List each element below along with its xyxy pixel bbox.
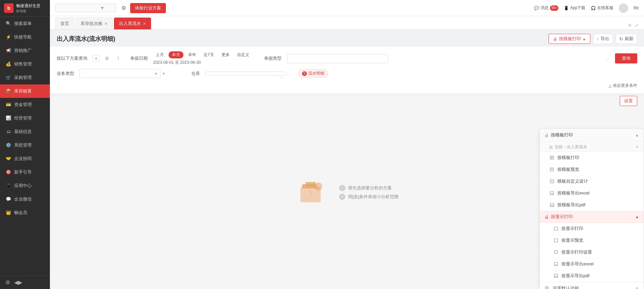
template-print-btn[interactable]: 🖨 按模板打印 ▲ [549, 34, 590, 44]
sidebar-item-purchase[interactable]: 🛒 采购管理 [0, 71, 50, 84]
sidebar-item-sales[interactable]: 💰 销售管理 [0, 57, 50, 71]
template-pdf-icon: PDF [549, 202, 555, 208]
tab-expand-icon[interactable]: ⤢ [635, 23, 639, 28]
refresh-btn[interactable]: ↻ 刷新 [616, 34, 637, 44]
settings-bottom-icon[interactable]: ⚙ [5, 279, 10, 286]
filter-tag-liushui[interactable]: S 流水明细 [298, 69, 328, 78]
tab-close-inventory-batch[interactable]: ✕ [105, 22, 108, 26]
menu-item-display-preview[interactable]: 按显示预览 [540, 235, 644, 246]
empty-illustration: ? [295, 177, 326, 208]
template-customize-label: 模板自定义设计 [557, 178, 639, 184]
cart-icon: 🛒 [5, 75, 11, 81]
filter-add-btn[interactable]: + [93, 55, 99, 62]
sidebar-item-search[interactable]: 🔍 搜索菜单 [0, 17, 50, 30]
date-btn-this-year[interactable]: 本年 [185, 51, 199, 58]
doc-type-select[interactable] [287, 54, 388, 63]
app-download-btn[interactable]: 📱 App下载 [564, 5, 585, 11]
page-title: 出入库流水(流水明细) [57, 35, 115, 43]
display-print-section-header[interactable]: 🖨 按显示打印 ▲ [540, 211, 644, 223]
business-type-select[interactable] [80, 69, 160, 78]
brand-name: 畅捷通好生意 [16, 3, 40, 9]
query-btn[interactable]: 查询 [615, 53, 637, 63]
date-btn-last-month[interactable]: 上月 [153, 51, 167, 58]
page-header-actions: 🖨 按模板打印 ▲ ↑ 导出 ↻ 刷新 [549, 34, 637, 44]
topbar-settings-icon[interactable]: ⚙ [121, 5, 126, 11]
user-avatar[interactable] [619, 3, 628, 13]
card-icon: 💳 [5, 102, 11, 108]
collapse-btn[interactable]: △ 收起更多条件 [57, 83, 637, 88]
search-input[interactable] [58, 6, 99, 10]
menu-item-template-excel[interactable]: XL 按模板导出excel [540, 187, 644, 199]
current-arrow-icon[interactable]: ▼ [636, 145, 639, 149]
business-type-dropdown-icon[interactable]: ▼ [162, 72, 166, 76]
date-btn-this-month[interactable]: 本月 [169, 51, 183, 58]
handshake-icon: 🤝 [5, 156, 11, 162]
template-print-header: 🖨 按模板打印 ▲ [540, 129, 644, 142]
menu-item-display-excel[interactable]: XL 按显示导出excel [540, 258, 644, 270]
display-print-settings-icon [553, 249, 559, 255]
menu-item-template-print[interactable]: 按模板打印 [540, 152, 644, 164]
date-btn-more[interactable]: 更多 [219, 51, 232, 58]
menu-item-display-print-settings[interactable]: 按显示打印设置 [540, 246, 644, 258]
menu-item-template-preview[interactable]: 按模板预览 [540, 164, 644, 176]
tab-close-inout-flow[interactable]: ✕ [143, 22, 146, 26]
display-section-arrow-icon[interactable]: ▲ [635, 215, 639, 219]
header-arrow-icon[interactable]: ▲ [635, 133, 639, 137]
svg-text:?: ? [316, 184, 319, 189]
menu-item-template-customize[interactable]: 模板自定义设计 [540, 176, 644, 187]
date-filter-label: 单据日期 [130, 55, 148, 61]
sidebar-item-member[interactable]: 👑 畅会员 [0, 206, 50, 219]
message-btn[interactable]: 💬 消息 99+ [534, 5, 558, 11]
date-btn-7days[interactable]: 近7天 [201, 51, 217, 58]
sidebar-item-marketing[interactable]: 📢 营销推广 [0, 44, 50, 57]
username-label: Rit [634, 6, 639, 10]
tab-inout-flow[interactable]: 出入库流水 ✕ [114, 18, 151, 29]
settings-btn[interactable]: 设置 [620, 96, 637, 106]
collapse-arrow-icon: △ [609, 83, 612, 88]
warehouse-input[interactable]: ... [205, 72, 286, 76]
chart-icon: 📊 [5, 115, 11, 121]
doc-type-more-icon[interactable]: ... [606, 56, 610, 61]
search-icon: 🔍 [5, 21, 11, 27]
export-icon: ↑ [597, 36, 599, 42]
sidebar-item-quick-nav[interactable]: ⚡ 快捷导航 [0, 30, 50, 44]
toggle-sidebar-icon[interactable]: ◀▶ [14, 279, 22, 286]
main-content: ▼ ⚙ 体验行业方案 💬 消息 99+ 📱 App下载 🎧 在线客服 [50, 0, 644, 289]
display-pdf-icon: PDF [553, 273, 559, 279]
export-btn[interactable]: ↑ 导出 [593, 34, 613, 44]
sidebar-item-finance[interactable]: 💳 资金管理 [0, 98, 50, 111]
tab-home[interactable]: 首页 [55, 18, 74, 29]
menu-footer-settings[interactable]: 设置默认功能 ▼ [540, 282, 644, 289]
menu-item-display-print[interactable]: 按显示打印 [540, 223, 644, 235]
filter-collapse-icon[interactable]: 《 [115, 55, 119, 61]
sidebar-item-wechat[interactable]: 💬 企业微信 [0, 192, 50, 206]
date-btn-custom[interactable]: 自定义 [234, 51, 252, 58]
empty-hint-list: 1 请先选择要分析的方案 2 用[选]条件来缩小分析范围 [339, 185, 399, 200]
sidebar-item-operations[interactable]: 📊 经营管理 [0, 111, 50, 125]
sidebar-item-inventory[interactable]: 📦 库存核算 [0, 84, 50, 98]
topbar: ▼ ⚙ 体验行业方案 💬 消息 99+ 📱 App下载 🎧 在线客服 [50, 0, 644, 16]
page-content: 出入库流水(流水明细) 🖨 按模板打印 ▲ ↑ 导出 ↻ 刷新 [50, 30, 644, 289]
tab-close-all-icon[interactable]: ✕ [628, 23, 632, 28]
sidebar-label: 搜索菜单 [14, 21, 32, 27]
menu-item-display-pdf[interactable]: PDF 按显示导出pdf [540, 270, 644, 282]
printer-header-icon: 🖨 [545, 133, 549, 138]
display-preview-label: 按显示预览 [561, 237, 639, 243]
sidebar-item-basic-info[interactable]: 🗂 基础信息 [0, 125, 50, 138]
trial-btn[interactable]: 体验行业方案 [130, 3, 166, 13]
filter-area: 按以下方案查询 + ⚙ 《 单据日期 上月 本月 本年 近7天 更多 自定义 [50, 47, 644, 93]
sidebar-item-sys-mgmt[interactable]: ⚙️ 系统管理 [0, 138, 50, 152]
online-service-btn[interactable]: 🎧 在线客服 [591, 5, 613, 11]
search-dropdown-icon[interactable]: ▼ [100, 5, 105, 10]
tabs-bar: 首页 库存批次账 ✕ 出入库流水 ✕ ✕ ⤢ [50, 16, 644, 30]
tab-inventory-batch[interactable]: 库存批次账 ✕ [76, 18, 113, 29]
folder-icon: 🗂 [5, 129, 11, 135]
menu-item-template-pdf[interactable]: PDF 按模板导出pdf [540, 199, 644, 211]
filter-settings-icon[interactable]: ⚙ [105, 56, 109, 61]
current-template-label: 当前：出入库流水 [555, 144, 587, 150]
hint-num-2: 2 [339, 194, 345, 200]
sidebar-item-app-center[interactable]: 📱 应用中心 [0, 179, 50, 192]
sidebar-item-collab[interactable]: 🤝 企业协同 [0, 152, 50, 165]
display-pdf-label: 按显示导出pdf [561, 273, 639, 279]
sidebar-item-guide[interactable]: 🎯 新手引导 [0, 165, 50, 179]
